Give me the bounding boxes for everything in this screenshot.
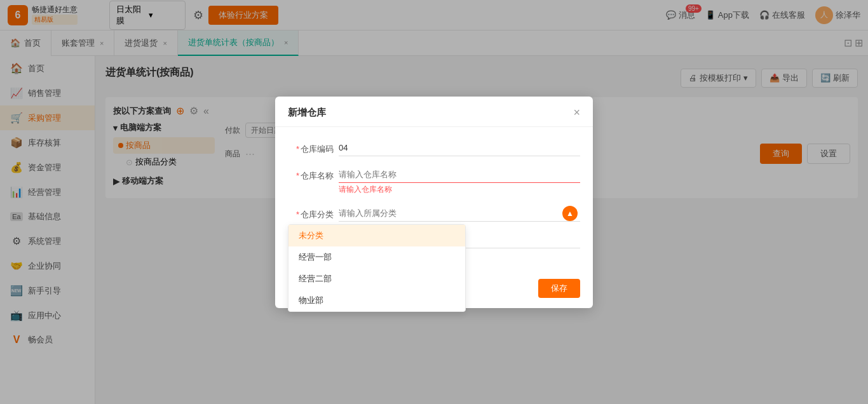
new-warehouse-modal: 新增仓库 × *仓库编码 *仓库名称 请输入仓库名称 [275, 97, 593, 308]
modal-overlay[interactable]: 新增仓库 × *仓库编码 *仓库名称 请输入仓库名称 [0, 0, 868, 404]
category-label: *仓库分类 [288, 205, 339, 220]
modal-body: *仓库编码 *仓库名称 请输入仓库名称 *仓库分类 [275, 127, 593, 271]
name-error: 请输入仓库名称 [339, 184, 580, 195]
category-control: ▲ 未分类 经营一部 经营二部 物业部 [339, 205, 580, 222]
dropdown-option-dept2[interactable]: 经营二部 [288, 268, 465, 290]
code-input[interactable] [339, 140, 580, 156]
category-input[interactable] [339, 205, 580, 222]
category-form-row: *仓库分类 ▲ 未分类 经营一部 经营二部 物业部 [288, 205, 580, 222]
name-form-row: *仓库名称 请输入仓库名称 [288, 166, 580, 195]
name-label: *仓库名称 [288, 166, 339, 182]
name-control: 请输入仓库名称 [339, 166, 580, 195]
name-input[interactable] [339, 166, 580, 183]
code-label: *仓库编码 [288, 140, 339, 155]
dropdown-option-prop[interactable]: 物业部 [288, 290, 465, 311]
dropdown-option-none[interactable]: 未分类 [288, 225, 465, 246]
modal-title: 新增仓库 [288, 107, 326, 119]
category-dropdown-arrow[interactable]: ▲ [562, 206, 578, 221]
modal-header: 新增仓库 × [275, 97, 593, 127]
code-control [339, 140, 580, 156]
modal-close-button[interactable]: × [573, 107, 580, 118]
save-button[interactable]: 保存 [538, 279, 580, 298]
code-form-row: *仓库编码 [288, 140, 580, 156]
dropdown-option-dept1[interactable]: 经营一部 [288, 246, 465, 268]
category-dropdown-menu: 未分类 经营一部 经营二部 物业部 [288, 224, 466, 312]
